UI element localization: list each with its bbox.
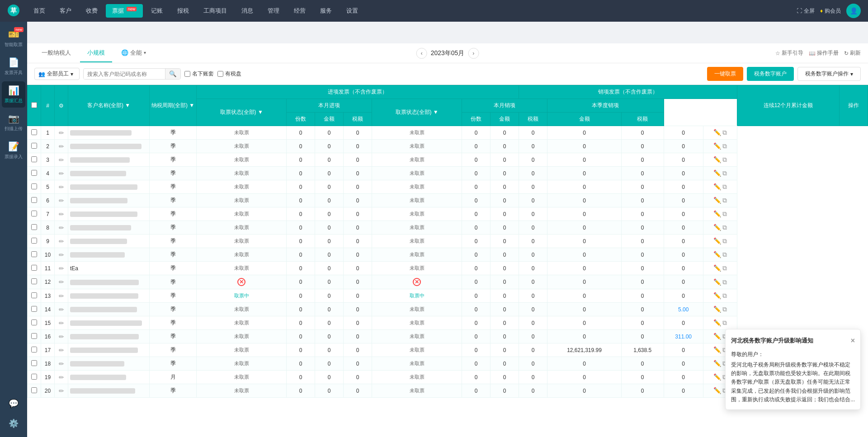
row-copy-action[interactable]: ⧉ xyxy=(722,129,727,136)
row-in-status[interactable]: 未取票 xyxy=(197,180,287,194)
row-copy-action[interactable]: ⧉ xyxy=(722,305,727,313)
th-out-status[interactable]: 取票状态(全部) ▼ xyxy=(372,99,462,126)
tab-general-taxpayer[interactable]: 一般纳税人 xyxy=(34,44,78,62)
row-checkbox[interactable] xyxy=(28,126,41,140)
nav-invoice[interactable]: 票据 new xyxy=(106,4,143,18)
row-out-status[interactable]: 未取票 xyxy=(372,153,462,167)
nav-manage[interactable]: 管理 xyxy=(261,4,286,18)
row-checkbox[interactable] xyxy=(28,343,41,357)
row-customer-name[interactable] xyxy=(68,180,150,194)
row-edit-action[interactable]: ✏️ xyxy=(713,360,721,367)
new-guide-btn[interactable]: ☆ 新手引导 xyxy=(775,49,803,57)
nav-settings[interactable]: 设置 xyxy=(340,4,364,18)
row-edit-icon[interactable]: ✏ xyxy=(55,343,68,357)
row-select-checkbox[interactable] xyxy=(31,183,37,189)
row-copy-action[interactable]: ⧉ xyxy=(722,251,727,258)
row-in-status[interactable]: 未取票 xyxy=(197,384,287,398)
row-edit-icon[interactable]: ✏ xyxy=(55,235,68,248)
row-edit-icon[interactable]: ✏ xyxy=(55,153,68,167)
row-edit-action[interactable]: ✏️ xyxy=(713,278,721,286)
row-edit-icon[interactable]: ✏ xyxy=(55,167,68,180)
manual-btn[interactable]: 📖 操作手册 xyxy=(809,49,839,57)
sidebar-item-scan-upload[interactable]: 📷 扫描上传 xyxy=(2,109,25,136)
row-checkbox[interactable] xyxy=(28,384,41,398)
row-copy-action[interactable]: ⧉ xyxy=(722,169,727,177)
row-select-checkbox[interactable] xyxy=(31,211,37,216)
row-edit-action[interactable]: ✏️ xyxy=(713,319,721,326)
row-in-status[interactable]: 未取票 xyxy=(197,303,287,316)
search-button[interactable]: 🔍 xyxy=(165,69,180,79)
row-select-checkbox[interactable] xyxy=(31,238,37,244)
row-out-status[interactable]: 未取票 xyxy=(372,248,462,262)
row-copy-action[interactable]: ⧉ xyxy=(722,156,727,163)
row-select-checkbox[interactable] xyxy=(31,360,37,366)
row-customer-name[interactable] xyxy=(68,357,150,371)
row-checkbox[interactable] xyxy=(28,167,41,180)
row-select-checkbox[interactable] xyxy=(31,292,37,298)
row-edit-icon[interactable]: ✏ xyxy=(55,262,68,275)
nav-billing[interactable]: 收费 xyxy=(80,4,104,18)
row-customer-name[interactable] xyxy=(68,194,150,207)
row-checkbox[interactable] xyxy=(28,207,41,221)
row-select-checkbox[interactable] xyxy=(31,333,37,339)
row-customer-name[interactable]: tEa xyxy=(68,262,150,275)
row-copy-action[interactable]: ⧉ xyxy=(722,264,727,272)
row-cumulative[interactable]: 0 xyxy=(664,180,703,194)
row-in-status[interactable]: 未取票 xyxy=(197,194,287,207)
sub-account-checkbox[interactable] xyxy=(184,71,190,77)
row-customer-name[interactable] xyxy=(68,343,150,357)
nav-tax[interactable]: 报税 xyxy=(171,4,195,18)
row-edit-icon[interactable]: ✏ xyxy=(55,371,68,384)
row-in-status[interactable]: 未取票 xyxy=(197,330,287,343)
one-click-ticket-btn[interactable]: 一键取票 xyxy=(707,67,743,81)
row-cumulative[interactable]: 0 xyxy=(664,167,703,180)
row-customer-name[interactable] xyxy=(68,275,150,289)
row-edit-icon[interactable]: ✏ xyxy=(55,275,68,289)
row-checkbox[interactable] xyxy=(28,180,41,194)
row-edit-action[interactable]: ✏️ xyxy=(713,197,721,204)
row-checkbox[interactable] xyxy=(28,303,41,316)
row-edit-action[interactable]: ✏️ xyxy=(713,251,721,258)
row-customer-name[interactable] xyxy=(68,235,150,248)
row-select-checkbox[interactable] xyxy=(31,278,37,284)
row-edit-action[interactable]: ✏️ xyxy=(713,264,721,272)
row-edit-icon[interactable]: ✏ xyxy=(55,248,68,262)
row-checkbox[interactable] xyxy=(28,235,41,248)
nav-message[interactable]: 消息 xyxy=(235,4,259,18)
tax-digital-ops-btn[interactable]: 税务数字账户操作 ▾ xyxy=(797,67,861,81)
tab-small-scale[interactable]: 小规模 xyxy=(80,44,112,62)
nav-service[interactable]: 服务 xyxy=(314,4,338,18)
row-out-status[interactable]: 未取票 xyxy=(372,384,462,398)
row-cumulative[interactable]: 0 xyxy=(664,153,703,167)
row-in-status[interactable]: 未取票 xyxy=(197,126,287,140)
row-cumulative[interactable]: 0 xyxy=(664,289,703,303)
row-checkbox[interactable] xyxy=(28,330,41,343)
row-out-status[interactable]: 取票中 xyxy=(372,289,462,303)
row-in-status[interactable]: 未取票 xyxy=(197,316,287,330)
row-edit-icon[interactable]: ✏ xyxy=(55,357,68,371)
row-checkbox[interactable] xyxy=(28,262,41,275)
row-in-status[interactable]: 未取票 xyxy=(197,221,287,235)
row-cumulative[interactable]: 0 xyxy=(664,221,703,235)
th-tax-cycle[interactable]: 纳税周期(全部) ▼ xyxy=(150,85,197,126)
sidebar-item-smart-ticket[interactable]: 🎫 智能取票 new xyxy=(2,25,25,52)
sidebar-settings-btn[interactable]: ⚙️ xyxy=(5,415,22,432)
row-copy-action[interactable]: ⧉ xyxy=(722,292,727,299)
row-in-status[interactable]: 未取票 xyxy=(197,140,287,153)
employee-select[interactable]: 👥 全部员工 ▾ xyxy=(34,68,80,80)
row-checkbox[interactable] xyxy=(28,153,41,167)
row-edit-icon[interactable]: ✏ xyxy=(55,289,68,303)
row-edit-action[interactable]: ✏️ xyxy=(713,169,721,177)
row-out-status[interactable]: 未取票 xyxy=(372,194,462,207)
row-checkbox[interactable] xyxy=(28,316,41,330)
row-in-status[interactable]: 取票中 xyxy=(197,289,287,303)
row-out-status[interactable]: 未取票 xyxy=(372,371,462,384)
row-edit-action[interactable]: ✏️ xyxy=(713,346,721,353)
tab-all[interactable]: 🌐 全能 ▾ xyxy=(114,44,153,62)
row-select-checkbox[interactable] xyxy=(31,251,37,257)
row-customer-name[interactable] xyxy=(68,371,150,384)
row-customer-name[interactable] xyxy=(68,207,150,221)
row-out-status[interactable]: 未取票 xyxy=(372,140,462,153)
row-edit-icon[interactable]: ✏ xyxy=(55,384,68,398)
row-out-status[interactable]: 未取票 xyxy=(372,167,462,180)
